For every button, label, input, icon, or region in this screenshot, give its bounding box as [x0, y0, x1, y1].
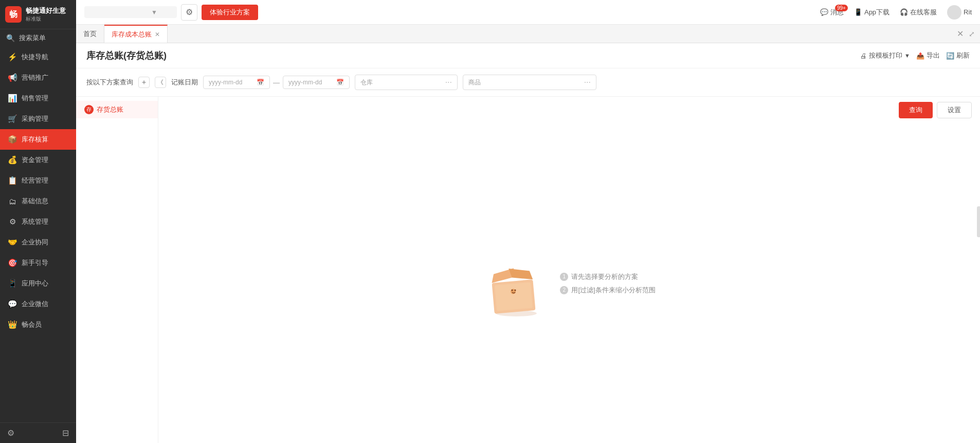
- basic-info-icon: 🗂: [7, 197, 17, 206]
- warehouse-label: 仓库: [360, 78, 373, 87]
- sidebar-item-marketing[interactable]: 📢 营销推广: [0, 67, 76, 88]
- topbar-left: ▼ ⚙ 体验行业方案: [84, 4, 820, 21]
- sidebar-item-purchase[interactable]: 🛒 采购管理: [0, 109, 76, 129]
- empty-hint-2: 2 用[过滤]条件来缩小分析范围: [560, 283, 655, 297]
- panel-close-button[interactable]: ✕: [955, 29, 966, 39]
- search-menu-label: 搜索菜单: [19, 33, 46, 43]
- app-center-icon: 📱: [7, 279, 17, 288]
- vip-icon: 👑: [7, 320, 17, 329]
- refresh-icon: 🔄: [946, 52, 954, 60]
- sidebar-nav: ⚡ 快捷导航 📢 营销推广 📊 销售管理 🛒 采购管理 📦 库存核算 💰 资金管…: [0, 47, 76, 422]
- hint-text-2: 用[过滤]条件来缩小分析范围: [571, 283, 655, 297]
- app-version: 标准版: [26, 15, 66, 22]
- sidebar-item-quick-nav[interactable]: ⚡ 快捷导航: [0, 47, 76, 67]
- vip-label: 畅会员: [22, 320, 42, 329]
- sidebar-item-vip[interactable]: 👑 畅会员: [0, 314, 76, 335]
- sidebar-item-finance[interactable]: 💰 资金管理: [0, 150, 76, 170]
- warehouse-filter[interactable]: 仓库 ···: [355, 75, 458, 90]
- quick-nav-label: 快捷导航: [22, 52, 48, 62]
- sidebar-item-enterprise[interactable]: 🤝 企业协同: [0, 232, 76, 253]
- product-filter[interactable]: 商品 ···: [463, 75, 596, 90]
- svg-rect-4: [495, 282, 533, 311]
- sidebar-item-system[interactable]: ⚙ 系统管理: [0, 211, 76, 232]
- date-separator: —: [273, 79, 280, 86]
- topbar-search-input[interactable]: [89, 8, 151, 16]
- message-icon: 💬: [820, 8, 828, 16]
- message-badge: 99+: [835, 5, 848, 11]
- sidebar-item-basic-info[interactable]: 🗂 基础信息: [0, 191, 76, 211]
- app-download-button[interactable]: 📱 App下载: [854, 8, 890, 17]
- sidebar-logo: 畅 畅捷通好生意 标准版: [0, 0, 76, 29]
- sidebar-item-enterprise-wechat[interactable]: 💬 企业微信: [0, 294, 76, 314]
- purchase-label: 采购管理: [22, 114, 48, 123]
- message-button[interactable]: 💬 消息 99+: [820, 8, 844, 17]
- query-action-row: 查询 设置: [158, 97, 980, 123]
- sidebar-item-inventory[interactable]: 📦 库存核算: [0, 129, 76, 150]
- main-wrapper: ▼ ⚙ 体验行业方案 💬 消息 99+ 📱 App下载 🎧 在线客服 Rit: [76, 0, 980, 443]
- sidebar-item-sales[interactable]: 📊 销售管理: [0, 88, 76, 109]
- purchase-icon: 🛒: [7, 114, 17, 123]
- tab-close-icon[interactable]: ✕: [155, 31, 160, 38]
- page-header: 库存总账(存货总账) 🖨 按模板打印 ▼ 📤 导出 🔄 刷新: [76, 43, 980, 68]
- calendar-start-icon[interactable]: 📅: [257, 79, 264, 86]
- filter-add-button[interactable]: ＋: [138, 77, 150, 88]
- avatar: [947, 5, 961, 20]
- search-icon: 🔍: [6, 34, 15, 42]
- system-label: 系统管理: [22, 217, 48, 226]
- calendar-end-icon[interactable]: 📅: [336, 79, 344, 86]
- expand-sidebar-btn[interactable]: ⊟: [62, 428, 69, 438]
- newbie-label: 新手引导: [22, 258, 48, 268]
- sidebar: 畅 畅捷通好生意 标准版 🔍 搜索菜单 ⚡ 快捷导航 📢 营销推广 📊 销售管理…: [0, 0, 76, 443]
- app-logo-text: 畅捷通好生意 标准版: [26, 7, 66, 22]
- hint-num-1: 1: [560, 273, 568, 281]
- sidebar-item-newbie[interactable]: 🎯 新手引导: [0, 253, 76, 273]
- inventory-label: 库存核算: [22, 135, 48, 144]
- sidebar-footer: ⚙ ⊟: [0, 422, 76, 443]
- print-template-label: 按模板打印: [869, 51, 902, 60]
- date-end-placeholder: yyyy-mm-dd: [288, 79, 322, 86]
- enterprise-icon: 🤝: [7, 238, 17, 247]
- topbar-search-area[interactable]: ▼: [84, 6, 177, 18]
- date-end-input[interactable]: yyyy-mm-dd 📅: [283, 76, 350, 89]
- query-button[interactable]: 查询: [899, 102, 933, 118]
- sidebar-item-app-center[interactable]: 📱 应用中心: [0, 273, 76, 294]
- hint-text-1: 请先选择要分析的方案: [571, 270, 638, 283]
- quick-nav-icon: ⚡: [7, 52, 17, 62]
- print-template-button[interactable]: 🖨 按模板打印 ▼: [860, 51, 910, 60]
- right-panel-handle[interactable]: [977, 206, 980, 237]
- settings-button[interactable]: 设置: [937, 102, 972, 118]
- filter-row: 按以下方案查询 ＋ 《 记账日期 yyyy-mm-dd 📅 — yyyy-mm-…: [86, 75, 970, 90]
- settings-footer-btn[interactable]: ⚙: [7, 428, 14, 438]
- trial-industry-button[interactable]: 体验行业方案: [202, 5, 258, 20]
- product-more-icon[interactable]: ···: [584, 78, 591, 87]
- topbar-dropdown-icon[interactable]: ▼: [151, 9, 157, 16]
- svg-point-7: [515, 289, 516, 291]
- date-start-input[interactable]: yyyy-mm-dd 📅: [203, 76, 270, 89]
- export-icon: 📤: [916, 52, 924, 60]
- scheme-item-inventory-ledger[interactable]: 存 存货总账: [76, 101, 158, 118]
- online-service-button[interactable]: 🎧 在线客服: [900, 8, 937, 17]
- filter-collapse-button[interactable]: 《: [155, 77, 166, 88]
- export-button[interactable]: 📤 导出: [916, 51, 940, 60]
- user-profile-button[interactable]: Rit: [947, 5, 972, 20]
- svg-point-6: [512, 289, 513, 291]
- refresh-button[interactable]: 🔄 刷新: [946, 51, 970, 60]
- tab-home-label: 首页: [83, 29, 97, 39]
- filter-scheme-label: 按以下方案查询: [86, 78, 133, 87]
- inventory-icon: 📦: [7, 135, 17, 144]
- scheme-panel: 存 存货总账: [76, 97, 158, 443]
- main-content-area: 查询 设置: [158, 97, 980, 443]
- sidebar-item-operations[interactable]: 📋 经营管理: [0, 170, 76, 191]
- tab-home[interactable]: 首页: [76, 25, 104, 43]
- panel-expand-button[interactable]: ⤢: [969, 30, 975, 38]
- operations-label: 经营管理: [22, 176, 48, 185]
- date-input-group: yyyy-mm-dd 📅 — yyyy-mm-dd 📅: [203, 76, 350, 89]
- operations-icon: 📋: [7, 176, 17, 185]
- sidebar-search-menu[interactable]: 🔍 搜索菜单: [0, 29, 76, 47]
- tab-inventory-cost[interactable]: 库存成本总账 ✕: [104, 25, 168, 43]
- print-dropdown-icon[interactable]: ▼: [904, 52, 910, 59]
- system-icon: ⚙: [7, 217, 17, 226]
- topbar-gear-button[interactable]: ⚙: [181, 4, 197, 21]
- warehouse-more-icon[interactable]: ···: [445, 78, 452, 87]
- scheme-icon: 存: [84, 105, 94, 114]
